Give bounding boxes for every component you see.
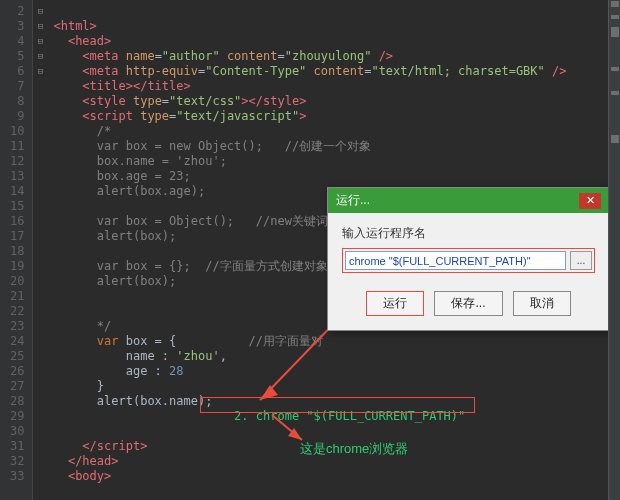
close-icon[interactable]: ✕ bbox=[579, 193, 601, 209]
dialog-titlebar[interactable]: 运行... ✕ bbox=[328, 188, 609, 213]
save-button[interactable]: 保存... bbox=[434, 291, 502, 316]
annotation-chrome-hint: 这是chrome浏览器 bbox=[300, 440, 408, 458]
code-line: box.age = 23; bbox=[97, 169, 191, 183]
code-line: alert(box); bbox=[97, 229, 176, 243]
minimap-scrollbar[interactable] bbox=[608, 0, 620, 500]
highlight-box-command bbox=[200, 397, 475, 413]
code-line: var box = {}; //字面量方式创建对象 bbox=[97, 259, 328, 273]
fold-column[interactable]: ⊟⊟ ⊟ ⊟ ⊟ bbox=[33, 0, 47, 500]
dialog-label: 输入运行程序名 bbox=[342, 225, 595, 242]
browse-button[interactable]: ... bbox=[570, 251, 592, 270]
code-line: var box = Object(); //new关键词省 bbox=[97, 214, 340, 228]
code-line: var box = new Object(); //创建一个对象 bbox=[97, 139, 371, 153]
cancel-button[interactable]: 取消 bbox=[513, 291, 571, 316]
line-number-gutter: 2345 6789 10111213 14151617 18192021 222… bbox=[0, 0, 33, 500]
code-line: box.name = 'zhou'; bbox=[97, 154, 227, 168]
dialog-title-text: 运行... bbox=[336, 192, 370, 209]
program-name-input[interactable] bbox=[345, 251, 566, 270]
code-line: alert(box.age); bbox=[97, 184, 205, 198]
run-dialog: 运行... ✕ 输入运行程序名 ... 运行 保存... 取消 bbox=[327, 187, 610, 331]
code-keyword: var bbox=[97, 334, 119, 348]
run-button[interactable]: 运行 bbox=[366, 291, 424, 316]
code-line: alert(box); bbox=[97, 274, 176, 288]
